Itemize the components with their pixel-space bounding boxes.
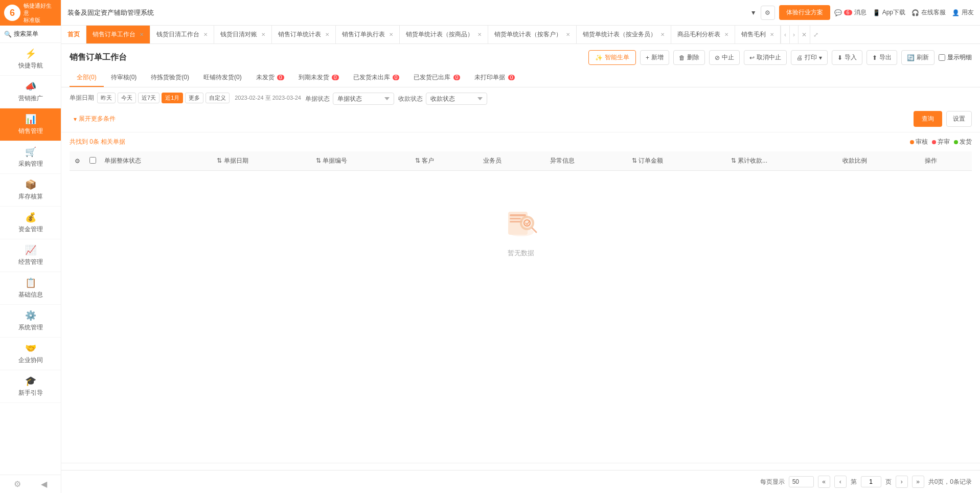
tab-close-icon[interactable]: ✕ xyxy=(140,32,144,37)
online-service-btn[interactable]: 🎧 在线客服 xyxy=(911,8,946,17)
sidebar-search[interactable]: 🔍 搜索菜单 xyxy=(0,26,61,43)
stop-btn[interactable]: ⊘ 中止 xyxy=(709,50,740,65)
sub-tab-all[interactable]: 全部(0) xyxy=(70,69,104,87)
th-collected[interactable]: ⇅ 累计收款... xyxy=(727,151,839,171)
sidebar-item-guide[interactable]: 🎓 新手引导 xyxy=(0,370,61,403)
select-all-checkbox[interactable] xyxy=(89,157,96,164)
tab-sales-stats[interactable]: 销售订单统计表 ✕ xyxy=(272,26,336,43)
batch-cancel-review-btn[interactable]: 弃审 xyxy=(932,138,950,146)
tab-close-icon[interactable]: ✕ xyxy=(389,32,393,37)
status-filter-select[interactable]: 单据状态 xyxy=(333,93,394,105)
app-download-btn[interactable]: 📱 App下载 xyxy=(873,8,905,17)
guide-icon: 🎓 xyxy=(25,375,36,387)
per-page-select[interactable]: 50 100 200 xyxy=(789,476,814,487)
date-options: 昨天 今天 近7天 近1月 更多 自定义 xyxy=(97,93,230,103)
sidebar-item-system[interactable]: ⚙️ 系统管理 xyxy=(0,305,61,338)
cancel-stop-btn[interactable]: ↩ 取消中止 xyxy=(744,50,787,65)
sidebar-item-operations[interactable]: 📈 经营管理 xyxy=(0,239,61,272)
date-btn-yesterday[interactable]: 昨天 xyxy=(97,93,116,103)
horizontal-scrollbar[interactable] xyxy=(61,463,980,470)
import-btn[interactable]: ⬇ 导入 xyxy=(832,50,862,65)
smart-create-btn[interactable]: ✨ 智能生单 xyxy=(588,50,636,65)
page-label: 第 xyxy=(851,478,857,486)
sidebar-item-inventory[interactable]: 📦 库存核算 xyxy=(0,174,61,207)
page-input[interactable] xyxy=(861,476,881,487)
tab-next-btn[interactable]: › xyxy=(789,26,798,43)
message-btn[interactable]: 💬 6 消息 xyxy=(834,8,867,17)
tab-sales-by-staff[interactable]: 销货单统计表（按业务员） ✕ xyxy=(577,26,671,43)
tab-profit[interactable]: 商品毛利分析表 ✕ xyxy=(671,26,735,43)
sidebar-item-basics[interactable]: 📋 基础信息 xyxy=(0,272,61,305)
filter-setting-btn[interactable]: 设置 xyxy=(946,111,972,127)
online-service-label: 在线客服 xyxy=(921,8,946,17)
settings-icon[interactable]: ⚙ xyxy=(14,479,21,489)
sub-tab-wangpu[interactable]: 旺铺待发货(0) xyxy=(196,69,249,87)
tab-sales-by-product[interactable]: 销货单统计表（按商品） ✕ xyxy=(400,26,488,43)
tab-close-all-btn[interactable]: ✕ xyxy=(798,26,810,43)
last-page-btn[interactable]: » xyxy=(912,476,924,488)
print-btn[interactable]: 🖨 打印 ▾ xyxy=(791,50,828,65)
date-btn-1month[interactable]: 近1月 xyxy=(162,93,183,103)
sidebar-item-purchase[interactable]: 🛒 采购管理 xyxy=(0,141,61,174)
next-page-btn[interactable]: › xyxy=(896,476,908,488)
first-page-btn[interactable]: « xyxy=(818,476,830,488)
sidebar-item-quick-nav[interactable]: ⚡ 快捷导航 xyxy=(0,43,61,76)
payment-filter-select[interactable]: 收款状态 xyxy=(426,93,487,105)
tab-sales-by-customer[interactable]: 销货单统计表（按客户） ✕ xyxy=(488,26,577,43)
sub-tab-shipped-wh[interactable]: 已发货已出库 0 xyxy=(406,69,467,87)
sub-tab-shipped-not-wh[interactable]: 已发货未出库 0 xyxy=(346,69,407,87)
sidebar-item-finance[interactable]: 💰 资金管理 xyxy=(0,207,61,239)
show-detail-toggle[interactable]: 显示明细 xyxy=(939,53,972,62)
tab-close-icon[interactable]: ✕ xyxy=(477,32,482,37)
th-checkbox[interactable] xyxy=(85,151,100,171)
th-number[interactable]: ⇅ 单据编号 xyxy=(312,151,411,171)
query-btn[interactable]: 查询 xyxy=(914,111,942,127)
th-date[interactable]: ⇅ 单据日期 xyxy=(213,151,312,171)
show-detail-checkbox[interactable] xyxy=(939,54,945,61)
sub-tab-pending-review[interactable]: 待审核(0) xyxy=(104,69,144,87)
th-customer[interactable]: ⇅ 客户 xyxy=(411,151,480,171)
tab-close-icon[interactable]: ✕ xyxy=(566,32,570,37)
tab-prev-btn[interactable]: ‹ xyxy=(781,26,789,43)
tab-cash-reconcile[interactable]: 钱货日清对账 ✕ xyxy=(214,26,272,43)
sidebar-item-sales[interactable]: 📊 销售管理 xyxy=(0,108,61,141)
th-amount[interactable]: ⇅ 订单金额 xyxy=(628,151,727,171)
sidebar-item-marketing[interactable]: 📣 营销推广 xyxy=(0,76,61,108)
finance-icon: 💰 xyxy=(25,212,36,223)
th-settings[interactable]: ⚙ xyxy=(70,151,85,171)
collapse-icon[interactable]: ◀ xyxy=(41,479,47,489)
tab-close-icon[interactable]: ✕ xyxy=(770,32,774,37)
expand-conditions-btn[interactable]: ▾ 展开更多条件 xyxy=(70,113,120,125)
batch-ship-btn[interactable]: 发货 xyxy=(954,138,972,146)
date-btn-today[interactable]: 今天 xyxy=(118,93,136,103)
refresh-btn[interactable]: 🔄 刷新 xyxy=(901,50,935,65)
tab-sales-workbench[interactable]: 销售订单工作台 ✕ xyxy=(86,26,150,43)
tab-close-icon[interactable]: ✕ xyxy=(724,32,728,37)
export-btn[interactable]: ⬆ 导出 xyxy=(867,50,897,65)
tab-close-icon[interactable]: ✕ xyxy=(660,32,665,37)
date-btn-custom[interactable]: 自定义 xyxy=(206,93,230,103)
system-title-dropdown[interactable]: ▼ xyxy=(750,9,757,16)
topbar-settings-btn[interactable]: ⚙ xyxy=(761,6,775,20)
add-btn[interactable]: + 新增 xyxy=(640,50,669,65)
user-avatar-btn[interactable]: 👤 用友 xyxy=(952,8,974,17)
tab-close-icon[interactable]: ✕ xyxy=(203,32,208,37)
delete-btn[interactable]: 🗑 删除 xyxy=(673,50,705,65)
tab-close-icon[interactable]: ✕ xyxy=(261,32,265,37)
date-btn-more[interactable]: 更多 xyxy=(185,93,203,103)
prev-page-btn[interactable]: ‹ xyxy=(834,476,847,488)
tab-home[interactable]: 首页 xyxy=(61,26,86,43)
sub-tab-not-shipped[interactable]: 未发货 0 xyxy=(249,69,291,87)
tab-expand-btn[interactable]: ⤢ xyxy=(810,26,822,43)
sub-tab-pending-inspection[interactable]: 待拣货验货(0) xyxy=(144,69,196,87)
date-btn-7days[interactable]: 近7天 xyxy=(138,93,159,103)
sub-tab-not-printed[interactable]: 未打印单据 0 xyxy=(467,69,522,87)
tab-close-icon[interactable]: ✕ xyxy=(325,32,329,37)
batch-review-btn[interactable]: 审核 xyxy=(910,138,928,146)
sub-tab-overdue[interactable]: 到期未发货 0 xyxy=(291,69,346,87)
tab-cash-daily[interactable]: 钱货日清工作台 ✕ xyxy=(150,26,214,43)
sidebar-item-enterprise[interactable]: 🤝 企业协同 xyxy=(0,338,61,370)
tab-sales-exec[interactable]: 销售订单执行表 ✕ xyxy=(336,26,400,43)
industry-solution-btn[interactable]: 体验行业方案 xyxy=(779,5,830,20)
tab-sales-ratio[interactable]: 销售毛利 ✕ xyxy=(735,26,781,43)
